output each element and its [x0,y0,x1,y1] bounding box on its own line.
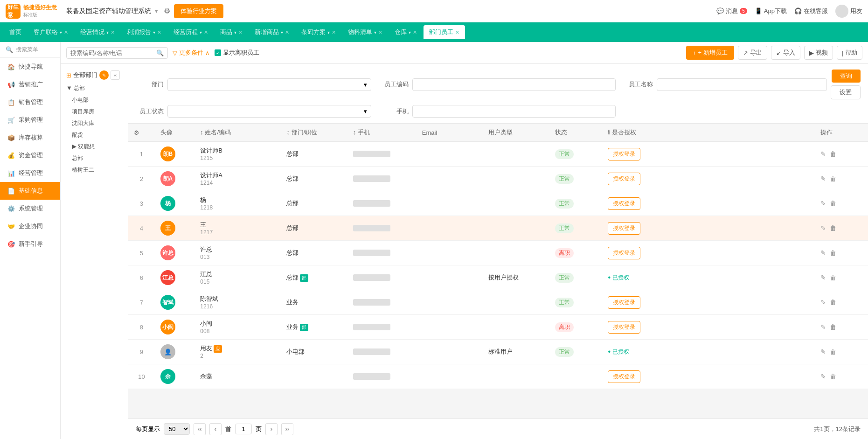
emp-code-input[interactable] [412,78,616,91]
tab-barcode[interactable]: 条码方案▾✕ [296,25,341,39]
edit-icon[interactable]: ✎ [820,175,826,182]
close-icon[interactable]: ✕ [285,29,289,35]
auth-login-button[interactable]: 授权登录 [608,222,640,235]
tab-profit[interactable]: 利润报告▾✕ [121,25,167,39]
show-resigned-checkbox[interactable]: ✓ 显示离职员工 [215,49,259,57]
add-employee-button[interactable]: + + 新增员工 [686,46,734,60]
dept-node-shuanglu[interactable]: ▶ 双鹿想 [64,141,124,153]
sidebar-item-system[interactable]: ⚙️ 系统管理 [0,200,60,217]
tab-new-goods[interactable]: 新增商品▾✕ [249,25,295,39]
edit-icon[interactable]: ✎ [820,299,826,306]
sidebar-item-basic[interactable]: 📄 基础信息 [0,182,60,200]
tab-goods[interactable]: 商品▾✕ [215,25,248,39]
close-icon[interactable]: ✕ [413,29,417,35]
set-button[interactable]: 设置 [831,85,861,99]
last-page-button[interactable]: ›› [281,423,293,435]
row-auth[interactable]: 授权登录 [602,142,682,167]
delete-icon[interactable]: 🗑 [830,249,836,257]
tab-warehouse[interactable]: 仓库▾✕ [389,25,423,39]
delete-icon[interactable]: 🗑 [830,150,836,158]
close-icon[interactable]: ✕ [332,29,336,35]
delete-icon[interactable]: 🗑 [830,274,836,281]
edit-icon[interactable]: ✎ [820,274,826,281]
edit-icon[interactable]: ✎ [820,200,826,207]
col-settings[interactable]: ⚙ [128,124,155,142]
dept-node-delivery[interactable]: 配货 [64,129,124,141]
edit-icon[interactable]: ✎ [820,373,826,380]
edit-icon[interactable]: ✎ [820,348,826,355]
row-auth[interactable]: 授权登录 [602,167,682,191]
auth-login-button[interactable]: 授权登录 [608,321,640,334]
prev-page-button[interactable]: ‹ [209,423,222,435]
auth-login-button[interactable]: 授权登录 [608,247,640,259]
row-auth[interactable]: 授权登录 [602,364,682,389]
delete-icon[interactable]: 🗑 [830,200,836,207]
app-download-btn[interactable]: 📱 App下载 [755,7,787,15]
delete-icon[interactable]: 🗑 [830,175,836,182]
dept-node-project[interactable]: 项目库房 [64,106,124,118]
phone-input[interactable] [412,105,616,118]
dept-collapse-button[interactable]: « [111,70,120,80]
sidebar-item-finance[interactable]: 💰 资金管理 [0,146,60,164]
filter-more-btn[interactable]: ▽ 更多条件 ∧ [173,49,210,57]
auth-login-button[interactable]: 授权登录 [608,173,640,185]
auth-login-button[interactable]: 授权登录 [608,197,640,210]
page-number-input[interactable] [235,424,252,434]
auth-login-button[interactable]: 授权登录 [608,296,640,309]
sidebar-item-operation[interactable]: 📊 经营管理 [0,164,60,182]
dept-filter-select[interactable]: ▾ [167,78,371,91]
next-page-button[interactable]: › [265,423,278,435]
row-auth[interactable]: 授权登录 [602,191,682,216]
row-auth[interactable]: 授权登录 [602,216,682,241]
edit-icon[interactable]: ✎ [820,224,826,232]
delete-icon[interactable]: 🗑 [830,224,836,232]
delete-icon[interactable]: 🗑 [830,299,836,306]
tab-customer[interactable]: 客户联络▾✕ [28,25,74,39]
dept-node-plant[interactable]: 植树王二 [64,164,124,176]
close-icon[interactable]: ✕ [111,29,115,35]
per-page-select[interactable]: 50 100 [164,423,190,435]
sidebar-item-quick-nav[interactable]: 🏠 快捷导航 [0,58,60,76]
col-dept[interactable]: ↕ 部门/职位 [281,124,347,142]
trial-button[interactable]: 体验行业方案 [174,4,223,18]
import-button[interactable]: ↙ 导入 [771,46,800,60]
row-auth[interactable]: 授权登录 [602,315,682,340]
gear-icon[interactable]: ⚙ [164,7,170,15]
first-page-button[interactable]: ‹‹ [194,423,206,435]
close-icon[interactable]: ✕ [64,29,68,35]
online-service-btn[interactable]: 🎧 在线客服 [794,7,828,15]
auth-login-button[interactable]: 授权登录 [608,370,640,383]
user-area[interactable]: 用友 [835,5,862,18]
delete-icon[interactable]: 🗑 [830,323,836,331]
tab-employee[interactable]: 部门员工✕ [424,25,465,39]
tab-home[interactable]: 首页 [4,25,27,39]
close-icon[interactable]: ✕ [378,29,382,35]
export-button[interactable]: ↗ 导出 [738,46,767,60]
row-auth[interactable]: 授权登录 [602,241,682,265]
sidebar-item-marketing[interactable]: 📢 营销推广 [0,76,60,93]
message-btn[interactable]: 💬 消息 5 [716,7,747,15]
search-box[interactable]: 🔍 [66,47,168,59]
sidebar-item-cooperation[interactable]: 🤝 企业协同 [0,217,60,235]
auth-login-button[interactable]: 授权登录 [608,148,640,160]
close-icon[interactable]: ✕ [238,29,243,35]
delete-icon[interactable]: 🗑 [830,348,836,355]
edit-icon[interactable]: ✎ [820,150,826,158]
dept-edit-button[interactable]: ✎ [99,70,109,80]
search-input[interactable] [70,49,154,56]
edit-icon[interactable]: ✎ [820,249,826,257]
dept-node-shenyang[interactable]: 沈阳大库 [64,118,124,129]
help-button[interactable]: | 帮助 [837,46,862,60]
sidebar-item-inventory[interactable]: 📦 库存核算 [0,129,60,146]
edit-icon[interactable]: ✎ [820,323,826,331]
video-button[interactable]: ▶ 视频 [804,46,833,60]
emp-status-select[interactable]: ▾ [167,105,371,118]
emp-name-input[interactable] [657,78,827,91]
close-icon[interactable]: ✕ [455,29,459,35]
delete-icon[interactable]: 🗑 [830,373,836,380]
tab-operation[interactable]: 经营情况▾✕ [75,25,120,39]
tab-history[interactable]: 经营历程▾✕ [168,25,214,39]
col-phone[interactable]: ↕ 手机 [347,124,417,142]
col-name[interactable]: ↕ 姓名/编码 [194,124,281,142]
sidebar-item-guide[interactable]: 🎯 新手引导 [0,235,60,253]
